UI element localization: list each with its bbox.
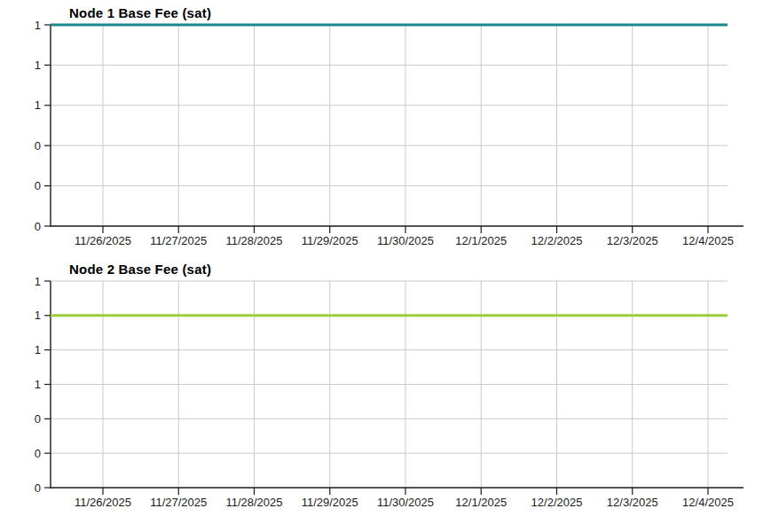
x-tick-label: 12/3/2025 <box>607 234 658 247</box>
y-tick-label: 1 <box>35 19 41 32</box>
y-tick-label: 1 <box>35 309 41 322</box>
y-tick-label: 0 <box>35 481 41 495</box>
y-tick-label: 0 <box>35 139 41 153</box>
x-tick-label: 11/30/2025 <box>377 234 434 247</box>
x-tick-label: 12/2/2025 <box>531 496 583 509</box>
y-tick-label: 0 <box>35 179 41 192</box>
x-tick-label: 11/26/2025 <box>75 234 131 247</box>
x-tick-label: 12/4/2025 <box>682 496 734 509</box>
y-tick-label: 1 <box>35 378 41 391</box>
node-2-plot-area: 111100011/26/202511/27/202511/28/202511/… <box>0 257 763 532</box>
y-tick-label: 1 <box>35 98 41 112</box>
x-tick-label: 11/27/2025 <box>150 234 207 247</box>
x-tick-label: 11/29/2025 <box>302 234 358 247</box>
x-tick-label: 11/28/2025 <box>225 234 282 247</box>
x-tick-label: 12/3/2025 <box>607 496 658 509</box>
x-tick-label: 11/30/2025 <box>377 496 434 509</box>
x-tick-label: 11/29/2025 <box>302 496 358 509</box>
x-tick-label: 12/1/2025 <box>455 496 507 509</box>
x-tick-label: 11/28/2025 <box>225 496 282 509</box>
y-tick-label: 1 <box>35 343 41 356</box>
x-tick-label: 11/26/2025 <box>75 496 131 509</box>
y-tick-label: 1 <box>35 275 41 288</box>
dashboard-page: Node 1 Base Fee (sat) 11100011/26/202511… <box>0 0 763 532</box>
y-tick-label: 0 <box>35 447 41 460</box>
y-tick-label: 0 <box>35 412 41 426</box>
x-tick-label: 12/4/2025 <box>682 234 734 247</box>
y-tick-label: 0 <box>35 220 41 233</box>
x-tick-label: 12/1/2025 <box>455 234 507 247</box>
node-1-plot-area: 11100011/26/202511/27/202511/28/202511/2… <box>0 0 763 257</box>
x-tick-label: 12/2/2025 <box>531 234 583 247</box>
x-tick-label: 11/27/2025 <box>150 496 207 509</box>
y-tick-label: 1 <box>35 59 41 72</box>
